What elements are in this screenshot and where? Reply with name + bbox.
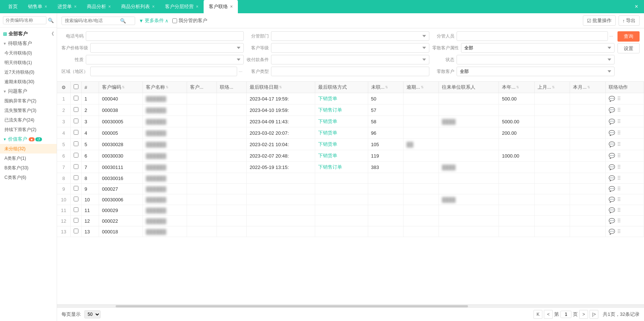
th-settings[interactable]: ⚙: [57, 82, 70, 93]
prev-page-btn[interactable]: <: [544, 310, 553, 319]
dept-select[interactable]: [271, 31, 429, 41]
last-method-link[interactable]: 下销货单: [318, 96, 337, 101]
chat-icon[interactable]: 💬: [609, 119, 615, 124]
cell-last-method[interactable]: [315, 173, 368, 184]
chat-icon[interactable]: 💬: [609, 130, 615, 136]
close-tab-goods-analysis[interactable]: ×: [108, 4, 111, 9]
nav-tab-purchase[interactable]: 进货单 ×: [52, 0, 82, 13]
nav-tab-sales[interactable]: 销售单 ×: [23, 0, 52, 13]
search-input[interactable]: [65, 18, 120, 23]
region-dots[interactable]: ···: [237, 69, 244, 74]
chat-icon[interactable]: 💬: [609, 141, 615, 147]
sidebar-problem-header[interactable]: ▼ 问题客户: [0, 87, 57, 96]
sidebar-item-class-c[interactable]: C类客户(6): [0, 173, 57, 182]
sidebar-item-abnormal[interactable]: 囤购异常客户(2): [0, 96, 57, 106]
close-tab-purchase[interactable]: ×: [74, 4, 77, 9]
select-all-checkbox[interactable]: [74, 84, 78, 89]
region-input[interactable]: [90, 67, 237, 76]
cell-last-method[interactable]: 下销货单: [315, 139, 368, 150]
cell-checkbox[interactable]: [70, 184, 81, 194]
last-method-link[interactable]: 下销售订单: [318, 164, 342, 170]
page-size-select[interactable]: 50: [84, 310, 101, 318]
retail-customer-select[interactable]: 全部: [457, 67, 615, 76]
cell-last-method[interactable]: [315, 216, 368, 226]
chat-icon[interactable]: 💬: [609, 107, 615, 113]
cell-checkbox[interactable]: [70, 105, 81, 116]
refresh-icon[interactable]: ↺: [35, 137, 42, 141]
cell-checkbox[interactable]: [70, 116, 81, 127]
row-checkbox-4[interactable]: [74, 141, 78, 146]
more-icon[interactable]: ⠿: [617, 130, 621, 136]
more-icon[interactable]: ⠿: [617, 141, 621, 147]
chat-icon[interactable]: 💬: [609, 229, 615, 234]
close-tab-customer-contact[interactable]: ×: [230, 4, 233, 9]
my-customers-checkbox-area[interactable]: 我分管的客户: [172, 17, 207, 24]
cell-checkbox[interactable]: [70, 139, 81, 150]
th-contacts[interactable]: 往来单位联系人: [439, 82, 499, 93]
scrollbar-thumb[interactable]: [116, 305, 468, 307]
more-icon[interactable]: ⠿: [617, 153, 621, 159]
next-page-btn[interactable]: >: [579, 310, 588, 319]
my-customers-checkbox[interactable]: [172, 18, 177, 23]
chat-icon[interactable]: 💬: [609, 197, 615, 202]
th-this-month[interactable]: 本月...⇅: [570, 82, 605, 93]
nav-home[interactable]: 首页: [3, 3, 23, 10]
th-no-contact-days[interactable]: 未联...⇅: [368, 82, 403, 93]
row-checkbox-11[interactable]: [74, 218, 78, 223]
th-last-month[interactable]: 上月...⇅: [534, 82, 570, 93]
more-icon[interactable]: ⠿: [617, 164, 621, 170]
cell-checkbox[interactable]: [70, 162, 81, 173]
sidebar-item-overdue[interactable]: 逾期未联络(30): [0, 77, 57, 87]
sidebar-search-icon[interactable]: 🔍: [48, 18, 54, 23]
cell-checkbox[interactable]: [70, 194, 81, 205]
more-icon[interactable]: ⠿: [617, 186, 621, 192]
row-checkbox-2[interactable]: [74, 119, 78, 123]
row-checkbox-1[interactable]: [74, 107, 78, 112]
row-checkbox-6[interactable]: [74, 164, 78, 169]
row-checkbox-3[interactable]: [74, 130, 78, 135]
cell-checkbox[interactable]: [70, 150, 81, 162]
nav-tab-goods-analysis-list[interactable]: 商品分析列表 ×: [116, 0, 160, 13]
th-contact[interactable]: 联络...: [217, 82, 246, 93]
row-checkbox-9[interactable]: [74, 197, 78, 201]
more-icon[interactable]: ⠿: [617, 229, 621, 234]
last-page-btn[interactable]: |>: [590, 310, 598, 319]
chat-icon[interactable]: 💬: [609, 207, 615, 213]
sidebar-item-class-b[interactable]: B类客户(33): [0, 163, 57, 173]
last-method-link[interactable]: 下销货单: [318, 130, 337, 135]
nav-tab-customer-contact[interactable]: 客户联络 ×: [204, 0, 238, 13]
cell-last-method[interactable]: 下销货单: [315, 93, 368, 105]
sidebar-pending-header[interactable]: ▼ 待联络客户: [0, 39, 57, 48]
sidebar-all-customers[interactable]: ⊞ 全部客户 《: [0, 28, 57, 39]
th-name[interactable]: 客户名称⇅: [143, 82, 187, 93]
sidebar-item-tomorrow-pending[interactable]: 明天待联络(1): [0, 58, 57, 67]
more-icon[interactable]: ⠿: [617, 175, 621, 181]
search-submit-icon[interactable]: 🔍: [120, 18, 126, 24]
th-last-contact-date[interactable]: 最后联络日期⇅: [247, 82, 315, 93]
horizontal-scrollbar[interactable]: [57, 304, 644, 307]
more-icon[interactable]: ⠿: [617, 207, 621, 213]
nav-tab-customer-segment[interactable]: 客户分层经营 ×: [160, 0, 204, 13]
sidebar-item-ungroup[interactable]: 未分组(32): [0, 144, 57, 154]
close-tab-goods-analysis-list[interactable]: ×: [152, 4, 155, 9]
sidebar-item-class-a[interactable]: A类客户(1): [0, 154, 57, 163]
retail-attr-select[interactable]: 全部: [461, 43, 615, 53]
sidebar-item-today-pending[interactable]: 今天待联络(0): [0, 48, 57, 58]
row-checkbox-8[interactable]: [74, 186, 78, 191]
page-number-input[interactable]: [560, 311, 571, 318]
close-tab-customer-segment[interactable]: ×: [196, 4, 198, 9]
sidebar-item-churn-warning[interactable]: 流失预警客户(3): [0, 106, 57, 115]
cell-checkbox[interactable]: [70, 216, 81, 226]
cell-checkbox[interactable]: [70, 93, 81, 105]
cell-last-method[interactable]: [315, 184, 368, 194]
manager-dots[interactable]: ···: [608, 33, 615, 39]
cell-last-method[interactable]: 下销货单: [315, 127, 368, 139]
sidebar-item-declining[interactable]: 持续下滑客户(2): [0, 125, 57, 134]
th-this-year[interactable]: 本年...⇅: [499, 82, 535, 93]
customer-type-input[interactable]: [271, 67, 429, 76]
cell-last-method[interactable]: [315, 205, 368, 216]
th-type[interactable]: 客户...: [187, 82, 217, 93]
cell-last-method[interactable]: 下销售订单: [315, 162, 368, 173]
row-checkbox-12[interactable]: [74, 229, 78, 233]
phone-input[interactable]: [86, 31, 244, 41]
